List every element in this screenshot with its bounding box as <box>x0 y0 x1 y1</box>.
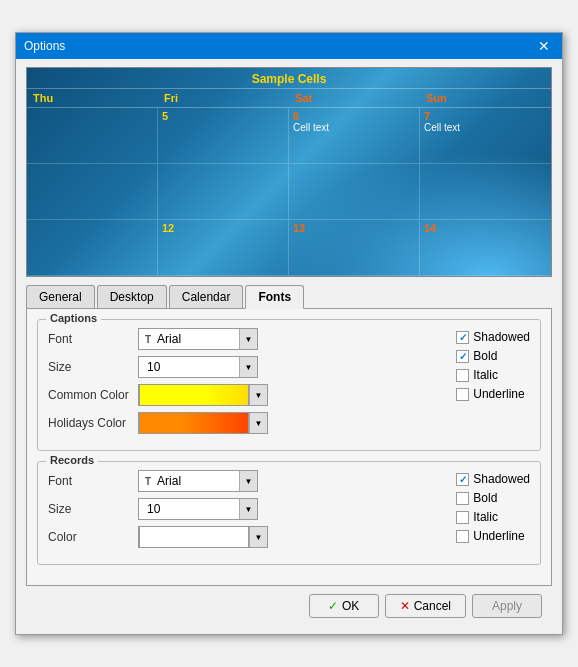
records-underline-row: Underline <box>456 529 530 543</box>
captions-bold-label: Bold <box>473 349 497 363</box>
captions-italic-label: Italic <box>473 368 498 382</box>
records-color-control: ▼ <box>138 526 268 548</box>
records-form-fields: Font T Arial ▼ <box>48 470 452 554</box>
records-size-row: Size 10 ▼ <box>48 498 452 520</box>
records-font-control: T Arial ▼ <box>138 470 258 492</box>
records-underline-checkbox[interactable] <box>456 530 469 543</box>
cell-1-3: 6 Cell text <box>289 108 420 163</box>
records-color-arrow[interactable]: ▼ <box>249 527 267 547</box>
records-italic-checkbox[interactable] <box>456 511 469 524</box>
captions-size-control: 10 ▼ <box>138 356 258 378</box>
records-color-btn[interactable]: ▼ <box>138 526 268 548</box>
captions-underline-row: Underline <box>456 387 530 401</box>
records-font-arrow[interactable]: ▼ <box>239 471 257 491</box>
options-dialog: Options ✕ Sample Cells Thu Fri Sat Sun 5 <box>15 32 563 635</box>
records-shadowed-checkbox[interactable] <box>456 473 469 486</box>
close-button[interactable]: ✕ <box>534 39 554 53</box>
records-bold-row: Bold <box>456 491 530 505</box>
tab-bar: General Desktop Calendar Fonts <box>26 285 552 309</box>
captions-size-dropdown[interactable]: 10 ▼ <box>138 356 258 378</box>
ok-icon: ✓ <box>328 599 338 613</box>
ok-label: OK <box>342 599 359 613</box>
records-size-arrow[interactable]: ▼ <box>239 499 257 519</box>
captions-common-color-row: Common Color ▼ <box>48 384 452 406</box>
cancel-button[interactable]: ✕ Cancel <box>385 594 466 618</box>
captions-font-arrow[interactable]: ▼ <box>239 329 257 349</box>
records-shadowed-label: Shadowed <box>473 472 530 486</box>
calendar-preview: Sample Cells Thu Fri Sat Sun 5 6 Cell te… <box>27 68 551 276</box>
records-size-control: 10 ▼ <box>138 498 258 520</box>
cell-1-2: 5 <box>158 108 289 163</box>
captions-font-row: Font T Arial ▼ <box>48 328 452 350</box>
records-font-value: Arial <box>153 474 185 488</box>
captions-holidays-color-label: Holidays Color <box>48 416 138 430</box>
cal-row-1: 5 6 Cell text 7 Cell text <box>27 108 551 164</box>
cell-1-1 <box>27 108 158 163</box>
dialog-footer: ✓ OK ✕ Cancel Apply <box>26 586 552 624</box>
day-sun: Sun <box>420 89 551 107</box>
captions-italic-checkbox[interactable] <box>456 369 469 382</box>
title-bar: Options ✕ <box>16 33 562 59</box>
records-font-icon: T <box>143 476 153 487</box>
calendar-preview-title: Sample Cells <box>27 68 551 88</box>
captions-common-color-control: ▼ <box>138 384 268 406</box>
records-group-inner: Font T Arial ▼ <box>48 470 530 554</box>
cancel-icon: ✕ <box>400 599 410 613</box>
captions-shadowed-row: Shadowed <box>456 330 530 344</box>
dialog-title: Options <box>24 39 65 53</box>
day-sat: Sat <box>289 89 420 107</box>
captions-common-color-label: Common Color <box>48 388 138 402</box>
captions-underline-checkbox[interactable] <box>456 388 469 401</box>
tab-desktop[interactable]: Desktop <box>97 285 167 308</box>
captions-group: Captions Font T Arial ▼ <box>37 319 541 451</box>
captions-holidays-color-arrow[interactable]: ▼ <box>249 413 267 433</box>
captions-size-row: Size 10 ▼ <box>48 356 452 378</box>
cell-1-4: 7 Cell text <box>420 108 551 163</box>
captions-holidays-color-row: Holidays Color ▼ <box>48 412 452 434</box>
captions-group-label: Captions <box>46 312 101 324</box>
captions-common-color-arrow[interactable]: ▼ <box>249 385 267 405</box>
cal-row-3: 12 13 14 <box>27 220 551 276</box>
records-size-dropdown[interactable]: 10 ▼ <box>138 498 258 520</box>
cell-2-1 <box>27 164 158 219</box>
records-font-label: Font <box>48 474 138 488</box>
tab-fonts[interactable]: Fonts <box>245 285 304 309</box>
captions-bold-checkbox[interactable] <box>456 350 469 363</box>
cell-2-4 <box>420 164 551 219</box>
captions-font-control: T Arial ▼ <box>138 328 258 350</box>
cell-3-3: 13 <box>289 220 420 275</box>
captions-font-label: Font <box>48 332 138 346</box>
records-group-label: Records <box>46 454 98 466</box>
captions-common-color-btn[interactable]: ▼ <box>138 384 268 406</box>
captions-shadowed-checkbox[interactable] <box>456 331 469 344</box>
captions-font-dropdown[interactable]: T Arial ▼ <box>138 328 258 350</box>
cell-3-2: 12 <box>158 220 289 275</box>
apply-button[interactable]: Apply <box>472 594 542 618</box>
cal-row-2 <box>27 164 551 220</box>
calendar-rows: 5 6 Cell text 7 Cell text <box>27 108 551 276</box>
preview-area: Sample Cells Thu Fri Sat Sun 5 6 Cell te… <box>26 67 552 277</box>
day-fri: Fri <box>158 89 289 107</box>
ok-button[interactable]: ✓ OK <box>309 594 379 618</box>
captions-common-color-swatch <box>139 384 249 406</box>
dialog-body: Sample Cells Thu Fri Sat Sun 5 6 Cell te… <box>16 59 562 634</box>
tab-calendar[interactable]: Calendar <box>169 285 244 308</box>
captions-font-value: Arial <box>153 332 185 346</box>
cancel-label: Cancel <box>414 599 451 613</box>
records-underline-label: Underline <box>473 529 524 543</box>
records-font-row: Font T Arial ▼ <box>48 470 452 492</box>
captions-size-arrow[interactable]: ▼ <box>239 357 257 377</box>
captions-size-value: 10 <box>143 360 164 374</box>
captions-shadowed-label: Shadowed <box>473 330 530 344</box>
records-check-section: Shadowed Bold Italic Underline <box>456 470 530 554</box>
captions-italic-row: Italic <box>456 368 530 382</box>
apply-label: Apply <box>492 599 522 613</box>
records-size-value: 10 <box>143 502 164 516</box>
tab-general[interactable]: General <box>26 285 95 308</box>
records-color-label: Color <box>48 530 138 544</box>
records-bold-checkbox[interactable] <box>456 492 469 505</box>
cell-3-4: 14 <box>420 220 551 275</box>
records-color-swatch <box>139 526 249 548</box>
records-font-dropdown[interactable]: T Arial ▼ <box>138 470 258 492</box>
captions-holidays-color-btn[interactable]: ▼ <box>138 412 268 434</box>
